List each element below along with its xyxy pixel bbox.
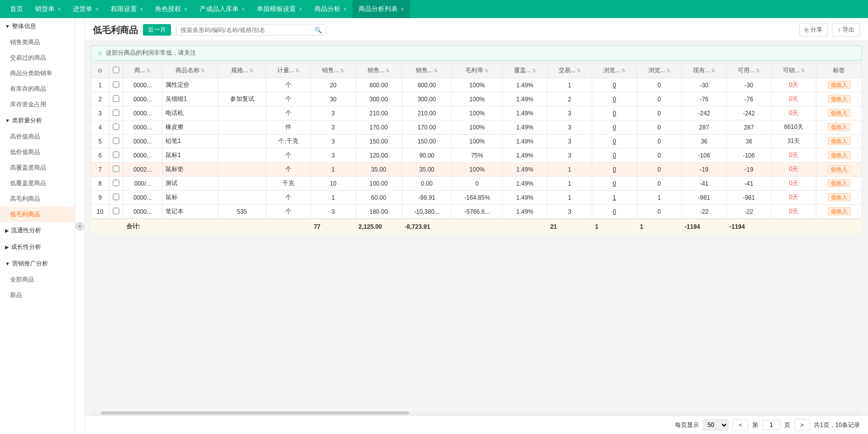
sidebar-group-growth[interactable]: ▶ 成长性分析: [0, 239, 75, 255]
sidebar-item-high-coverage[interactable]: 高覆盖度商品: [0, 160, 75, 176]
export-button[interactable]: ↑ 导出: [832, 23, 860, 37]
row-name[interactable]: 笔记本: [162, 205, 218, 219]
row-checkbox[interactable]: [109, 120, 123, 134]
sidebar-item-low-coverage[interactable]: 低覆盖度商品: [0, 176, 75, 191]
sidebar-item-high-margin[interactable]: 高毛利商品: [0, 191, 75, 207]
col-spec[interactable]: 规格...⇅: [218, 63, 266, 78]
row-browse1[interactable]: 0: [592, 177, 637, 191]
sidebar-collapse-btn[interactable]: «: [75, 18, 85, 434]
col-browse2[interactable]: 浏览...⇅: [637, 63, 681, 78]
close-icon[interactable]: ×: [242, 6, 245, 12]
nav-template-settings[interactable]: 单据模板设置 ×: [251, 0, 308, 18]
row-code: 0000...: [123, 191, 162, 205]
col-qty[interactable]: 销售...⇅: [311, 63, 356, 78]
col-sellable[interactable]: 可销...⇅: [771, 63, 816, 78]
row-name[interactable]: 橡皮擦: [162, 120, 218, 134]
search-icon[interactable]: 🔍: [314, 27, 322, 34]
close-icon[interactable]: ×: [140, 6, 143, 12]
nav-product-analysis[interactable]: 商品分析 ×: [308, 0, 353, 18]
row-browse1[interactable]: 1: [592, 191, 637, 205]
nav-sales-order[interactable]: 销货单 ×: [29, 0, 67, 18]
sidebar-group-marketing[interactable]: ▼ 营销推广分析: [0, 255, 75, 272]
row-checkbox[interactable]: [109, 191, 123, 205]
nav-home[interactable]: 首页: [4, 0, 29, 18]
per-page-select[interactable]: 50 100 200: [703, 419, 729, 430]
close-icon[interactable]: ×: [299, 6, 302, 12]
sidebar-item-low-value[interactable]: 低价值商品: [0, 144, 75, 160]
row-checkbox[interactable]: [109, 78, 123, 92]
col-sale-price[interactable]: 销售...⇅: [356, 63, 402, 78]
row-browse1[interactable]: 0: [592, 78, 637, 92]
row-transactions: 3: [547, 149, 592, 163]
nav-purchase-order[interactable]: 进货单 ×: [67, 0, 104, 18]
row-name[interactable]: 电话机: [162, 106, 218, 120]
row-browse1[interactable]: 0: [592, 120, 637, 134]
row-checkbox[interactable]: [109, 205, 123, 219]
col-current-stock[interactable]: 现有...⇅: [681, 63, 726, 78]
row-current-stock: -22: [681, 205, 726, 219]
close-icon[interactable]: ×: [343, 6, 346, 12]
nav-role-auth[interactable]: 角色授权 ×: [149, 0, 193, 18]
sidebar-item-all-goods[interactable]: 全部商品: [0, 272, 75, 287]
row-browse1[interactable]: 0: [592, 134, 637, 149]
close-icon[interactable]: ×: [95, 6, 98, 12]
row-name[interactable]: 鼠标垫: [162, 163, 218, 177]
col-margin[interactable]: 毛利率⇅: [452, 63, 502, 78]
row-coverage: 1.49%: [502, 106, 547, 120]
row-code: 0000...: [123, 120, 162, 134]
col-browse1[interactable]: 浏览...⇅: [592, 63, 637, 78]
close-icon[interactable]: ×: [58, 6, 61, 12]
row-name[interactable]: 吴细细1: [162, 92, 218, 106]
col-transactions[interactable]: 交易...⇅: [547, 63, 592, 78]
row-browse1[interactable]: 0: [592, 92, 637, 106]
row-browse1[interactable]: 0: [592, 163, 637, 177]
sidebar-group-circulation[interactable]: ▶ 流通性分析: [0, 222, 75, 239]
sidebar-item-high-value[interactable]: 高价值商品: [0, 129, 75, 144]
col-sale-amount[interactable]: 销售...⇅: [402, 63, 452, 78]
prev-page-btn[interactable]: ＜: [733, 419, 748, 431]
row-checkbox[interactable]: [109, 106, 123, 120]
row-checkbox[interactable]: [109, 149, 123, 163]
col-code[interactable]: 商...⇅: [123, 63, 162, 78]
col-coverage[interactable]: 覆盖...⇅: [502, 63, 547, 78]
page-number-input[interactable]: [762, 420, 780, 430]
close-icon[interactable]: ×: [401, 6, 404, 12]
sidebar-item-low-margin[interactable]: 低毛利商品: [0, 207, 75, 222]
sidebar-item-stocked-goods[interactable]: 有库存的商品: [0, 81, 75, 97]
row-checkbox[interactable]: [109, 177, 123, 191]
sidebar-group-overview[interactable]: ▼ 整体信息: [0, 18, 75, 35]
sidebar-item-traded-goods[interactable]: 交易过的商品: [0, 50, 75, 66]
row-spec: [218, 134, 266, 149]
nav-product-analysis-list[interactable]: 商品分析列表 ×: [353, 0, 410, 18]
col-name[interactable]: 商品名称⇅: [162, 63, 218, 78]
settings-icon[interactable]: ⚙: [97, 67, 103, 74]
sidebar-item-stock-funds[interactable]: 库存资金占用: [0, 97, 75, 112]
row-checkbox[interactable]: [109, 92, 123, 106]
col-unit[interactable]: 计量...⇅: [266, 63, 310, 78]
row-browse1[interactable]: 0: [592, 205, 637, 219]
search-input[interactable]: [181, 27, 314, 34]
row-checkbox[interactable]: [109, 163, 123, 177]
row-checkbox[interactable]: [109, 134, 123, 149]
sidebar-group-cluster[interactable]: ▼ 类群量分析: [0, 112, 75, 129]
select-all-checkbox[interactable]: [113, 67, 119, 73]
row-name[interactable]: 铅笔1: [162, 134, 218, 149]
arrow-right-icon: ▶: [5, 228, 9, 233]
next-page-btn[interactable]: ＞: [794, 419, 810, 431]
close-icon[interactable]: ×: [184, 6, 187, 12]
nav-permissions[interactable]: 权限设置 ×: [105, 0, 149, 18]
sidebar-item-category-rate[interactable]: 商品分类助销率: [0, 66, 75, 81]
col-settings[interactable]: ⚙: [91, 63, 109, 78]
col-available[interactable]: 可用...⇅: [727, 63, 771, 78]
row-browse1[interactable]: 0: [592, 106, 637, 120]
sidebar-item-new-goods[interactable]: 新品: [0, 287, 75, 303]
row-browse1[interactable]: 0: [592, 149, 637, 163]
row-name[interactable]: 鼠标: [162, 191, 218, 205]
nav-product-entry[interactable]: 产成品入库单 ×: [194, 0, 251, 18]
row-name[interactable]: 属性定价: [162, 78, 218, 92]
row-name[interactable]: 测试: [162, 177, 218, 191]
share-button[interactable]: ⎘ 分享: [799, 23, 828, 37]
filter-period-btn[interactable]: 近一月: [143, 24, 171, 36]
sidebar-item-sales-goods[interactable]: 销售类商品: [0, 35, 75, 50]
row-name[interactable]: 鼠标1: [162, 149, 218, 163]
